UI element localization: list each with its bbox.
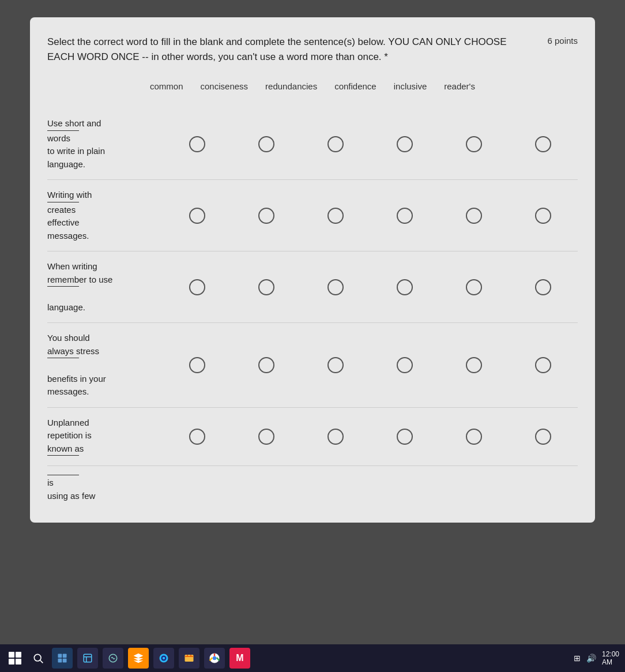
radio-4-confidence[interactable] (397, 357, 413, 373)
radio-1-confidence[interactable] (397, 136, 413, 152)
radio-5-2-cell (232, 408, 301, 467)
word-bank: common conciseness redundancies confiden… (47, 76, 578, 97)
radio-1-common[interactable] (189, 136, 205, 152)
radio-5-4-cell (370, 408, 439, 467)
svg-point-19 (213, 656, 217, 660)
radio-5-1-cell (163, 408, 232, 467)
clock: 12:00AM (602, 650, 619, 666)
radio-2-6-cell (509, 180, 578, 251)
points-label: 6 points (547, 36, 578, 46)
radio-1-1-cell (163, 108, 232, 180)
svg-rect-0 (9, 652, 14, 658)
word-confidence: confidence (334, 81, 376, 91)
radio-1-inclusive[interactable] (466, 136, 482, 152)
radio-5-confidence[interactable] (397, 429, 413, 445)
radio-4-conciseness[interactable] (258, 357, 274, 373)
radio-5-conciseness[interactable] (258, 429, 274, 445)
question-card: Select the correct word to fill in the b… (30, 17, 595, 523)
svg-rect-1 (16, 652, 21, 658)
radio-2-redundancies[interactable] (327, 208, 344, 224)
svg-point-4 (34, 654, 41, 661)
svg-rect-6 (58, 654, 62, 658)
svg-rect-8 (58, 659, 62, 663)
radio-5-3-cell (301, 408, 370, 467)
radio-5-redundancies[interactable] (327, 429, 344, 445)
taskbar-left: M (6, 648, 250, 669)
radio-4-inclusive[interactable] (466, 357, 482, 373)
radio-5-5-cell (439, 408, 509, 467)
answer-grid: Use short and words to write in plain la… (47, 108, 578, 511)
radio-2-readers[interactable] (535, 208, 551, 224)
radio-1-readers[interactable] (535, 136, 551, 152)
question-text: Select the correct word to fill in the b… (47, 35, 520, 64)
radio-3-redundancies[interactable] (327, 279, 344, 295)
radio-2-conciseness[interactable] (258, 208, 274, 224)
radio-3-inclusive[interactable] (466, 279, 482, 295)
sentence-1: Use short and words to write in plain la… (47, 108, 163, 180)
radio-2-3-cell (301, 180, 370, 251)
radio-4-6-cell (509, 323, 578, 408)
word-readers: reader's (444, 81, 475, 91)
radio-4-5-cell (439, 323, 509, 408)
radio-3-confidence[interactable] (397, 279, 413, 295)
sentence-5: Unplanned repetition is known as (47, 408, 163, 467)
radio-5-6-cell (509, 408, 578, 467)
radio-3-4-cell (370, 251, 439, 323)
radio-3-conciseness[interactable] (258, 279, 274, 295)
radio-1-5-cell (439, 108, 509, 180)
radio-4-1-cell (163, 323, 232, 408)
radio-2-common[interactable] (189, 208, 205, 224)
radio-6-3-cell (301, 466, 370, 511)
windows-start-button[interactable] (6, 649, 24, 667)
radio-3-3-cell (301, 251, 370, 323)
radio-5-readers[interactable] (535, 429, 551, 445)
taskbar-app-m[interactable]: M (229, 648, 250, 669)
radio-2-1-cell (163, 180, 232, 251)
radio-2-5-cell (439, 180, 509, 251)
radio-1-2-cell (232, 108, 301, 180)
radio-3-6-cell (509, 251, 578, 323)
taskbar-app-6[interactable] (179, 648, 199, 669)
radio-3-2-cell (232, 251, 301, 323)
sentence-2: Writing with creates effective messages. (47, 180, 163, 251)
svg-rect-3 (16, 659, 21, 665)
radio-2-confidence[interactable] (397, 208, 413, 224)
taskbar-app-2[interactable] (77, 648, 98, 669)
network-icon: ⊞ (574, 654, 581, 663)
radio-2-inclusive[interactable] (466, 208, 482, 224)
radio-2-4-cell (370, 180, 439, 251)
radio-5-common[interactable] (189, 429, 205, 445)
svg-rect-2 (9, 659, 14, 665)
taskbar-app-chrome[interactable] (204, 648, 225, 669)
search-taskbar-button[interactable] (29, 649, 47, 667)
radio-1-redundancies[interactable] (327, 136, 344, 152)
taskbar-app-4[interactable] (128, 648, 149, 669)
radio-4-3-cell (301, 323, 370, 408)
radio-4-4-cell (370, 323, 439, 408)
question-header: Select the correct word to fill in the b… (47, 35, 578, 64)
radio-5-inclusive[interactable] (466, 429, 482, 445)
radio-1-6-cell (509, 108, 578, 180)
taskbar-app-1[interactable] (52, 648, 73, 669)
taskbar-right: ⊞ 🔊 12:00AM (574, 650, 619, 666)
radio-4-common[interactable] (189, 357, 205, 373)
volume-icon: 🔊 (586, 654, 596, 663)
taskbar-app-3[interactable] (103, 648, 123, 669)
radio-3-common[interactable] (189, 279, 205, 295)
radio-1-conciseness[interactable] (258, 136, 274, 152)
radio-3-5-cell (439, 251, 509, 323)
svg-rect-17 (185, 655, 194, 662)
radio-4-readers[interactable] (535, 357, 551, 373)
taskbar-app-5[interactable] (153, 648, 174, 669)
svg-rect-9 (63, 659, 67, 663)
radio-6-1-cell (163, 466, 232, 511)
sentence-4: You should always stress benefits in you… (47, 323, 163, 408)
radio-1-3-cell (301, 108, 370, 180)
word-common: common (150, 81, 183, 91)
radio-4-redundancies[interactable] (327, 357, 344, 373)
radio-3-readers[interactable] (535, 279, 551, 295)
word-redundancies: redundancies (265, 81, 317, 91)
sentence-3: When writing remember to use language. (47, 251, 163, 323)
radio-6-5-cell (439, 466, 509, 511)
svg-point-16 (163, 657, 165, 660)
